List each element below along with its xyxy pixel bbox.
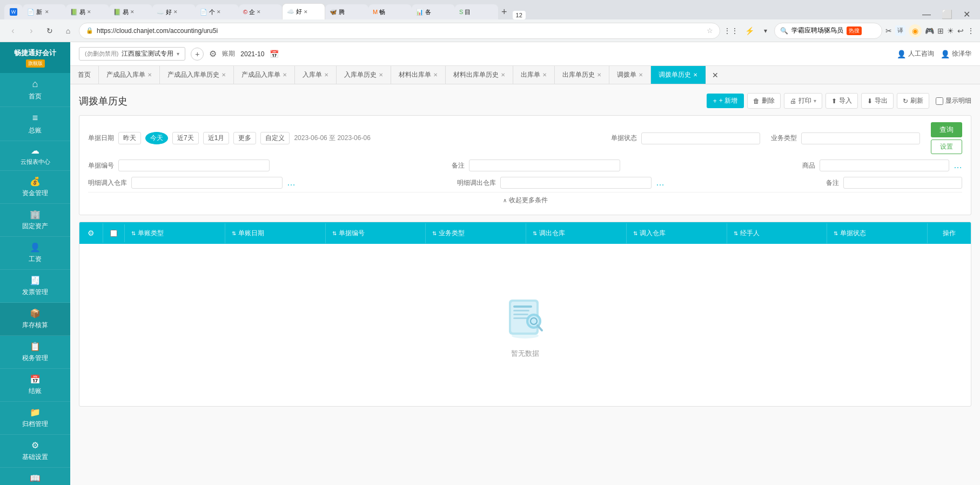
window-minimize[interactable]: — [917,10,936,19]
undo-icon[interactable]: ↩ [957,26,964,35]
new-tab-btn[interactable]: + [498,4,511,19]
query-btn[interactable]: 查询 [931,122,962,137]
sidebar-item-inventory[interactable]: 📦 库存核算 [0,303,70,336]
tab-close-inbound[interactable]: ✕ [324,72,328,78]
dropdown-icon[interactable]: ▾ [760,23,771,38]
layout-icon[interactable]: ⊞ [937,26,944,35]
sidebar-item-closing[interactable]: 📅 结账 [0,369,70,402]
export-btn[interactable]: ⬇ 导出 [861,93,894,109]
search-bar[interactable]: 🔍 学霸应聘场驱鸟员 热搜 [774,23,882,39]
display-checkbox[interactable] [936,97,943,105]
tab-close-outbound-history[interactable]: ✕ [597,72,601,78]
browser-tab-mu[interactable]: S 目 [455,4,498,19]
tab-close-material-out-history[interactable]: ✕ [501,72,505,78]
browser-tab-teng[interactable]: 🦋 腾 [325,4,368,19]
tab-transfer[interactable]: 调拨单 ✕ [609,66,651,84]
detail-out-input[interactable] [500,177,652,189]
lightning-icon[interactable]: ⚡ [742,23,757,38]
tab-close-6[interactable]: ✕ [304,9,308,15]
bookmark-icon[interactable]: ☆ [707,26,713,35]
add-company-btn[interactable]: + [191,48,204,61]
detail-remark-input[interactable] [843,177,962,189]
browser-tab-hao2[interactable]: ☁️ 好 ✕ [282,3,325,19]
browser-tab-yi1[interactable]: 📗 易 ✕ [66,4,109,19]
date-btn-1month[interactable]: 近1月 [203,132,230,144]
sidebar-item-home[interactable]: ⌂ 首页 [0,73,70,107]
tab-product-in[interactable]: 产成品入库单 ✕ [99,66,160,84]
remark-input[interactable] [469,160,620,171]
tab-product-in2[interactable]: 产成品入库单 ✕ [234,66,295,84]
tab-close-product-in2[interactable]: ✕ [283,72,287,78]
doc-no-input[interactable] [118,160,270,171]
th-doc-status[interactable]: ⇅ 单据状态 [827,223,928,243]
tab-product-in-history[interactable]: 产成品入库单历史 ✕ [160,66,234,84]
date-btn-7days[interactable]: 近7天 [172,132,199,144]
detail-out-more-icon[interactable]: … [656,178,664,188]
tab-material-out[interactable]: 材料出库单 ✕ [391,66,446,84]
delete-btn[interactable]: 🗑 删除 [747,93,781,109]
company-settings-btn[interactable]: ⚙ [209,49,217,59]
games-icon[interactable]: 🎮 [925,26,934,35]
th-doc-no[interactable]: ⇅ 单据编号 [326,223,426,243]
date-btn-today[interactable]: 今天 [145,132,168,144]
print-btn[interactable]: 🖨 打印 ▾ [784,93,822,109]
browser-tab-hao[interactable]: ☁️ 好 ✕ [152,4,196,19]
sidebar-item-archive[interactable]: 📁 归档管理 [0,402,70,435]
tab-close-3[interactable]: ✕ [173,9,178,15]
tab-close-transfer[interactable]: ✕ [639,72,643,78]
sidebar-item-fixed[interactable]: 🏢 固定资产 [0,204,70,237]
settings-btn[interactable]: 设置 [931,139,962,154]
detail-in-input[interactable] [131,177,283,189]
browser-tab-qi[interactable]: © 企 ✕ [239,4,282,19]
date-btn-yesterday[interactable]: 昨天 [118,132,141,144]
address-bar[interactable]: 🔒 https://cloud.chanjet.com/accounting/u… [79,23,720,39]
th-checkbox-cell[interactable] [103,224,125,242]
tab-close-inbound-history[interactable]: ✕ [379,72,383,78]
browser-tab-yi2[interactable]: 📗 易 ✕ [109,4,152,19]
browser-tab-zi[interactable]: 📄 新 ✕ [23,4,66,19]
window-maximize[interactable]: ⬜ [936,9,958,19]
browser-tab[interactable]: W [4,4,23,19]
translate-icon[interactable]: 译 [895,25,905,36]
sidebar-item-fund[interactable]: 💰 资金管理 [0,171,70,204]
nav-back[interactable]: ‹ [5,23,21,38]
status-select[interactable] [641,132,760,144]
new-btn[interactable]: + + 新增 [707,94,744,108]
browser-tab-ge2[interactable]: 📊 各 [412,4,455,19]
th-doc-type[interactable]: ⇅ 单账类型 [125,223,225,243]
user-info[interactable]: 👤 徐泽华 [941,49,971,58]
goods-more-icon[interactable]: … [954,161,962,170]
company-selector[interactable]: (勿删勿禁用) 江西服宝测试专用 ▾ [79,47,185,61]
more-icon[interactable]: ⋮ [967,26,975,35]
tab-outbound[interactable]: 出库单 ✕ [513,66,555,84]
nav-home[interactable]: ⌂ [61,23,76,38]
th-doc-date[interactable]: ⇅ 单账日期 [225,223,326,243]
sidebar-item-ledger[interactable]: ≡ 总账 [0,107,70,141]
tab-outbound-history[interactable]: 出库单历史 ✕ [555,66,609,84]
brightness-icon[interactable]: ☀ [947,26,954,35]
service-btn[interactable]: 👤 人工咨询 [897,49,934,58]
tab-close-transfer-history[interactable]: ✕ [693,72,697,78]
tab-close-4[interactable]: ✕ [217,9,221,15]
tab-home[interactable]: 首页 [70,66,99,84]
sidebar-item-tax[interactable]: 📋 税务管理 [0,336,70,369]
sidebar-item-salary[interactable]: 👤 工资 [0,237,70,270]
sidebar-item-report[interactable]: ☁ 云报表中心 [0,141,70,171]
tab-close-0[interactable]: ✕ [45,9,49,15]
tab-close-material-out[interactable]: ✕ [433,72,438,78]
extensions-icon[interactable]: ⋮⋮ [723,23,739,38]
nav-forward[interactable]: › [24,23,39,38]
th-transfer-out[interactable]: ⇅ 调出仓库 [526,223,627,243]
tab-close-product-in-history[interactable]: ✕ [221,72,226,78]
wallet-icon[interactable]: ◉ [909,24,922,37]
sidebar-item-settings[interactable]: ⚙ 基础设置 [0,435,70,468]
date-btn-custom[interactable]: 自定义 [260,132,290,144]
nav-refresh[interactable]: ↻ [42,23,57,38]
tab-transfer-history[interactable]: 调拨单历史 ✕ [651,66,706,84]
sidebar-item-guide[interactable]: 📖 新手引导 [0,468,70,486]
goods-input[interactable] [820,160,949,171]
select-all-checkbox[interactable] [110,230,117,237]
th-transfer-in[interactable]: ⇅ 调入仓库 [627,223,727,243]
collapse-row[interactable]: ∧ 收起更多条件 [88,192,962,208]
th-settings-cell[interactable]: ⚙ [79,223,103,243]
